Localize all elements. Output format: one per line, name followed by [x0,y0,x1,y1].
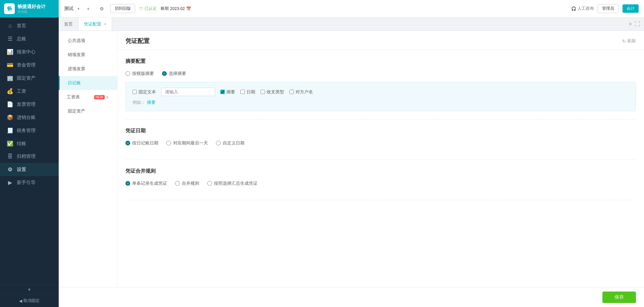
left-nav-sales-invoice[interactable]: 销项发票 [59,48,117,62]
role-button[interactable]: 会计 [623,4,639,13]
left-nav-journal[interactable]: 日记账 [59,76,117,90]
sidebar-item-trade[interactable]: 📦 进销台账 [0,111,59,124]
admin-button[interactable]: 管理员 [598,4,619,13]
company-dropdown-icon[interactable]: ▾ [77,6,79,11]
period-display: 账期 2023-02 📅 [161,6,191,11]
merge-radio-summary-gen[interactable]: 按照选择汇总生成凭证 [207,180,258,186]
sidebar-item-fund[interactable]: 💳 资金管理 [0,58,59,72]
date-radio-last-day-input[interactable] [166,141,171,145]
merge-radio-single-input[interactable] [125,181,130,186]
tab-home[interactable]: 首页 [59,17,78,31]
guide-icon: ▶ [7,179,13,186]
archive-icon: 🗄 [7,154,13,160]
topbar: 测试 ▾ + ⚙ 切到旧版 🛡 已认证 账期 2023-02 📅 🎧 人工咨询 … [59,0,644,17]
date-radio-custom-input[interactable] [216,141,221,145]
date-checkbox[interactable]: 日期 [240,89,255,95]
right-content: 凭证配置 ↻ 刷新 摘要配置 按模版摘要 [117,31,644,307]
summary-config-box: 固定文本 摘要 日期 [125,82,636,111]
merge-radio-group: 单条记录生成凭证 合并规则 按照选择汇总生成凭证 [125,180,636,186]
company-name: 测试 [64,6,73,12]
fixed-text-checkbox[interactable]: 固定文本 [132,89,156,95]
cancel-fixed-button[interactable]: ◀ 取消固定 [0,294,59,307]
merge-radio-rule[interactable]: 合并规则 [175,180,199,186]
summary-radio-template[interactable]: 按模版摘要 [125,71,154,77]
page-header: 凭证配置 ↻ 刷新 [117,31,644,50]
summary-section-title: 摘要配置 [125,58,636,64]
page-title: 凭证配置 [125,37,150,45]
headset-icon: 🎧 [571,6,576,11]
summary-radio-select-input[interactable] [162,71,167,76]
summary-radio-select[interactable]: 选择摘要 [162,71,186,77]
date-radio-daily[interactable]: 按日记账日期 [125,140,158,146]
sidebar-logo: 畅 畅捷通好会计 专业版 [0,0,59,17]
merge-section-title: 凭证合并规则 [125,168,636,174]
summary-config-row-1: 固定文本 摘要 日期 [132,88,629,96]
merge-section: 凭证合并规则 单条记录生成凭证 合并规则 按照选择汇总生成凭证 [125,160,636,200]
example-row: 例如： 摘要 [132,99,629,105]
add-button[interactable]: + [84,4,93,13]
logo-icon: 畅 [4,3,15,14]
counterparty-checkbox[interactable]: 对方户名 [289,89,313,95]
sidebar-item-ledger[interactable]: ☰ 总账 [0,32,59,45]
sidebar-item-tax[interactable]: 🧾 税务管理 [0,124,59,137]
sidebar-item-home[interactable]: ⌂ 首页 [0,19,59,32]
tab-actions: × ⛶ [625,17,644,31]
sidebar-item-invoice[interactable]: 📄 发票管理 [0,98,59,111]
switch-old-version-button[interactable]: 切到旧版 [110,4,135,13]
left-nav: 公共选项 销项发票 进项发票 日记账 工资表 NEW ∨ 固定资产 [59,31,117,307]
calendar-icon[interactable]: 📅 [186,6,191,11]
fund-icon: 💳 [7,62,13,68]
fixed-text-input[interactable] [161,88,215,96]
sidebar-item-archive[interactable]: 🗄 归档管理 [0,150,59,163]
fullscreen-icon[interactable]: ⛶ [635,21,640,27]
settings-gear-button[interactable]: ⚙ [97,4,106,13]
bottom-spacer [125,200,636,227]
unpin-icon: ◀ [19,299,22,303]
tab-voucher-config[interactable]: 凭证配置 × [78,17,112,31]
counterparty-checkbox-input[interactable] [289,90,294,94]
left-nav-purchase-invoice[interactable]: 进项发票 [59,62,117,76]
sidebar: 畅 畅捷通好会计 专业版 ⌂ 首页 ☰ 总账 📊 报表中心 💳 资金管理 🏢 固… [0,0,59,307]
summary-checkbox[interactable]: 摘要 [220,89,235,95]
page-wrapper: 公共选项 销项发票 进项发票 日记账 工资表 NEW ∨ 固定资产 凭证配置 ↻… [59,31,644,307]
sidebar-scroll-down[interactable]: ▼ [0,285,59,294]
expand-icon: ∨ [106,95,109,99]
date-radio-last-day[interactable]: 对应期间最后一天 [166,140,208,146]
tax-icon: 🧾 [7,127,13,134]
fixed-text-checkbox-input[interactable] [132,90,137,94]
fixed-assets-icon: 🏢 [7,75,13,81]
summary-checkbox-input[interactable] [220,90,225,94]
sidebar-item-report[interactable]: 📊 报表中心 [0,45,59,58]
sidebar-item-settings[interactable]: ⚙ 设置 [0,163,59,176]
report-icon: 📊 [7,49,13,55]
income-type-checkbox[interactable]: 收支类型 [261,89,284,95]
summary-radio-template-input[interactable] [125,71,130,76]
date-radio-group: 按日记账日期 对应期间最后一天 自定义日期 [125,140,636,146]
income-type-checkbox-input[interactable] [261,90,265,94]
save-button[interactable]: 保存 [602,292,636,303]
date-radio-custom[interactable]: 自定义日期 [216,140,245,146]
merge-radio-rule-input[interactable] [175,181,180,186]
trade-icon: 📦 [7,114,13,121]
service-button[interactable]: 🎧 人工咨询 [571,6,594,11]
merge-radio-summary-gen-input[interactable] [207,181,212,186]
sidebar-item-payroll[interactable]: 💰 工资 [0,85,59,98]
sidebar-nav: ⌂ 首页 ☰ 总账 📊 报表中心 💳 资金管理 🏢 固定资产 💰 工资 📄 发票… [0,17,59,285]
merge-radio-single[interactable]: 单条记录生成凭证 [125,180,167,186]
tab-close-icon[interactable]: × [104,22,106,27]
certified-icon: 🛡 [139,6,143,11]
sidebar-item-guide[interactable]: ▶ 新手引导 [0,176,59,189]
footer-bar: 保存 [59,287,644,307]
close-window-icon[interactable]: × [629,21,632,27]
left-nav-fixed-assets[interactable]: 固定资产 [59,104,117,118]
content-area: 摘要配置 按模版摘要 选择摘要 [117,50,644,307]
refresh-button[interactable]: ↻ 刷新 [622,38,636,44]
main-content: 公共选项 销项发票 进项发票 日记账 工资表 NEW ∨ 固定资产 凭证配置 ↻… [59,31,644,307]
sidebar-item-checkout[interactable]: ✅ 结账 [0,137,59,150]
left-nav-payroll-table[interactable]: 工资表 NEW ∨ [59,90,117,104]
left-nav-public[interactable]: 公共选项 [59,34,117,48]
payroll-icon: 💰 [7,88,13,94]
date-checkbox-input[interactable] [240,90,245,94]
sidebar-item-fixed-assets[interactable]: 🏢 固定资产 [0,72,59,85]
date-radio-daily-input[interactable] [125,141,130,145]
